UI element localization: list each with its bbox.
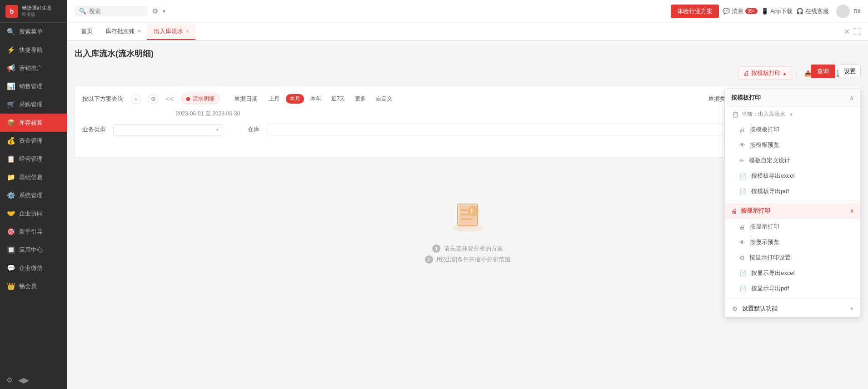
app-logo-icon: b — [5, 5, 18, 18]
tab-bar: 首页库存批次账×出入库流水× ✕ ⛶ — [67, 23, 868, 41]
filter-add-btn[interactable]: + — [131, 94, 141, 104]
tab-expand-icon[interactable]: ⛶ — [853, 28, 861, 36]
template-pdf-item[interactable]: 📄 按模板导出pdf — [725, 184, 860, 199]
sidebar-icon-search: 🔍 — [6, 27, 15, 36]
display-preview-icon: 👁 — [739, 239, 745, 246]
date-tab-this-month[interactable]: 本月 — [286, 94, 304, 104]
dropdown-header-label: 按模板打印 — [731, 94, 761, 102]
date-tab-more[interactable]: 更多 — [351, 94, 369, 104]
query-btn[interactable]: 查询 — [811, 65, 835, 78]
display-print-item[interactable]: 🖨 按显示打印 — [725, 219, 860, 234]
svg-rect-5 — [461, 218, 473, 220]
user-avatar[interactable] — [836, 5, 850, 18]
printer-icon: 🖨 — [739, 126, 745, 133]
display-preview-item[interactable]: 👁 按显示预览 — [725, 234, 860, 250]
page-content: 出入库流水(流水明细) 🖨 按模板打印 ▲ | 📤 导出 🔄 刷新 按以下方案查… — [67, 41, 868, 389]
display-section-icon: 🖨 — [731, 208, 737, 214]
template-excel-item[interactable]: 📄 按模板导出excel — [725, 168, 860, 184]
tab-home[interactable]: 首页 — [75, 24, 99, 40]
sidebar-item-inventory[interactable]: 📦 库存核算 — [0, 114, 67, 132]
sidebar-item-sales[interactable]: 📊 销售管理 — [0, 77, 67, 95]
sidebar-item-guide[interactable]: 🎯 新手引导 — [0, 223, 67, 241]
pdf-icon-1: 📄 — [739, 188, 747, 195]
sidebar-label-search: 搜索菜单 — [19, 28, 43, 36]
settings-btn[interactable]: 设置 — [839, 65, 861, 78]
filter-date-tabs: 上月本月本年近7天更多自定义 — [265, 94, 396, 104]
sidebar-item-search[interactable]: 🔍 搜索菜单 — [0, 23, 67, 41]
tab-close-batch-account[interactable]: × — [138, 28, 141, 35]
display-excel-item[interactable]: 📄 按显示导出excel — [725, 265, 860, 281]
display-section-label: 按显示打印 — [741, 207, 770, 215]
biz-type-label: 业务类型 — [82, 125, 106, 134]
date-tab-last-month[interactable]: 上月 — [265, 94, 283, 104]
search-input[interactable] — [89, 8, 135, 15]
display-section: 🖨 按显示打印 👁 按显示预览 ⚙ 按显示打印设置 📄 按显示导出excel 📄 — [725, 219, 860, 296]
date-tab-this-year[interactable]: 本年 — [307, 94, 325, 104]
filter-collapse-btn[interactable]: << — [165, 95, 174, 103]
design-icon: ✏ — [739, 157, 744, 164]
settings-icon[interactable]: ⚙ — [6, 376, 13, 384]
display-pdf-item[interactable]: 📄 按显示导出pdf — [725, 281, 860, 296]
app-download-btn[interactable]: 📱 App下载 — [761, 7, 793, 15]
tab-close-inout-flow[interactable]: × — [186, 28, 189, 35]
sidebar-icon-apps: 🔲 — [6, 245, 15, 254]
current-arrow[interactable]: ▾ — [790, 111, 793, 118]
search-icon: 🔍 — [79, 8, 86, 15]
filter-tag-dot — [186, 97, 190, 101]
date-tab-last-7[interactable]: 近7天 — [328, 94, 349, 104]
tab-batch-account[interactable]: 库存批次账× — [99, 24, 147, 40]
header-dropdown-arrow[interactable]: ▾ — [163, 8, 165, 15]
dropdown-panel: 按模板打印 ∧ 📋 当前：出入库流水 ▾ 🖨 按模板打印 👁 按模板预览 — [724, 89, 861, 317]
template-custom-item[interactable]: ✏ 模板自定义设计 — [725, 153, 860, 168]
date-tab-custom[interactable]: 自定义 — [372, 94, 396, 104]
excel-icon-1: 📄 — [739, 173, 747, 180]
main-content: 🔍 ⚙ ▾ 体验行业方案 💬 消息 99+ 📱 App下载 🎧 在线客服 Rit — [67, 0, 868, 389]
app-version: 标准版 — [22, 11, 52, 18]
dropdown-collapse-icon[interactable]: ∧ — [849, 95, 854, 101]
sidebar-item-member[interactable]: 👑 畅会员 — [0, 277, 67, 295]
sidebar-nav: 🔍 搜索菜单 ⚡ 快捷导航 📢 营销推广 📊 销售管理 🛒 采购管理 📦 库存核… — [0, 23, 67, 371]
query-settings-bar: 查询 设置 — [811, 65, 861, 78]
tab-inout-flow[interactable]: 出入库流水× — [147, 24, 195, 40]
sidebar-item-finance[interactable]: 💰 资金管理 — [0, 132, 67, 150]
biz-type-select[interactable] — [113, 124, 222, 135]
sidebar-icon-system: ⚙️ — [6, 191, 15, 200]
sidebar-item-marketing[interactable]: 📢 营销推广 — [0, 59, 67, 77]
template-print-item[interactable]: 🖨 按模板打印 — [725, 122, 860, 137]
sidebar-item-system[interactable]: ⚙️ 系统管理 — [0, 186, 67, 204]
chevron-up-icon: ▲ — [783, 71, 787, 76]
template-pdf-label: 按模板导出pdf — [751, 187, 789, 195]
sidebar-item-basics[interactable]: 📁 基础信息 — [0, 168, 67, 186]
filter-settings-btn[interactable]: ⚙ — [148, 94, 158, 104]
industry-btn[interactable]: 体验行业方案 — [671, 5, 719, 18]
display-settings-item[interactable]: ⚙ 按显示打印设置 — [725, 250, 860, 265]
toolbar: 🖨 按模板打印 ▲ | 📤 导出 🔄 刷新 — [75, 66, 861, 80]
default-section-item[interactable]: ⚙ 设置默认功能 ▾ — [725, 300, 860, 317]
sidebar-item-apps[interactable]: 🔲 应用中心 — [0, 241, 67, 259]
print-template-btn[interactable]: 🖨 按模板打印 ▲ — [738, 66, 792, 80]
tab-close-all-icon[interactable]: ✕ — [844, 27, 850, 36]
header-gear-icon[interactable]: ⚙ — [152, 7, 158, 15]
template-preview-item[interactable]: 👁 按模板预览 — [725, 137, 860, 153]
tab-bar-right: ✕ ⛶ — [844, 27, 861, 36]
sidebar-label-sales: 销售管理 — [19, 82, 43, 90]
message-badge: 99+ — [745, 8, 758, 14]
sidebar-item-collab[interactable]: 🤝 企业协同 — [0, 204, 67, 223]
online-service-btn[interactable]: 🎧 在线客服 — [796, 7, 829, 15]
sidebar-item-operations[interactable]: 📋 经营管理 — [0, 150, 67, 168]
sidebar-item-quick-nav[interactable]: ⚡ 快捷导航 — [0, 41, 67, 59]
warehouse-input[interactable] — [272, 126, 348, 133]
current-label-text: 当前：出入库流水 — [742, 110, 785, 118]
message-btn[interactable]: 💬 消息 99+ — [723, 7, 758, 15]
template-print-label: 按模板打印 — [750, 125, 779, 134]
header-search-box: 🔍 — [75, 6, 147, 16]
filter-tag: 流水明细 — [181, 94, 219, 104]
sidebar-label-system: 系统管理 — [19, 191, 43, 199]
collapse-icon[interactable]: ◀▶ — [18, 376, 29, 384]
display-section-arrow[interactable]: ∧ — [850, 208, 854, 214]
tab-label-inout-flow: 出入库流水 — [154, 27, 183, 35]
sidebar-item-purchase[interactable]: 🛒 采购管理 — [0, 95, 67, 114]
hint1-text: 请先选择要分析的方案 — [444, 245, 503, 252]
sidebar-item-wechat[interactable]: 💬 企业微信 — [0, 259, 67, 277]
filter-tag-label: 流水明细 — [193, 95, 215, 103]
